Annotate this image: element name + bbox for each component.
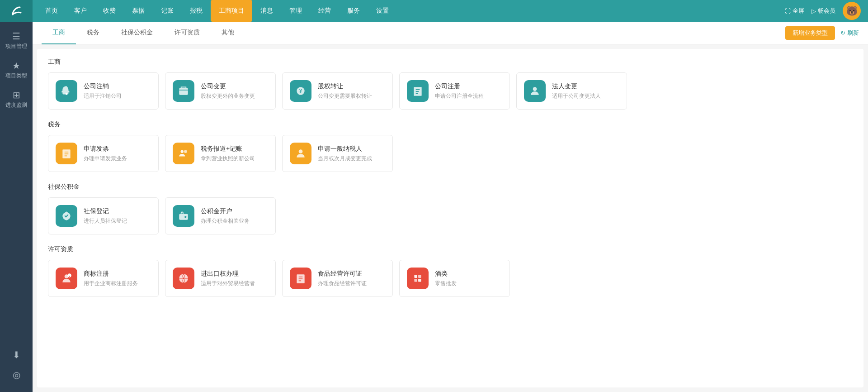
card-title-company-register: 公司注册 [435, 82, 502, 91]
card-desc-trademark: 用于企业商标注册服务 [84, 280, 151, 287]
svg-point-7 [181, 150, 184, 153]
vip-icon: ▷ [811, 8, 816, 14]
tab-license[interactable]: 许可资质 [164, 22, 211, 44]
card-company-change[interactable]: 公司变更 股权变更外的业务变更 [165, 72, 276, 110]
card-food-license[interactable]: 食品经营许可证 办理食品经营许可证 [282, 260, 393, 297]
nav-home[interactable]: 首页 [37, 0, 66, 22]
fullscreen-btn[interactable]: ⛶ 全屏 [785, 7, 804, 15]
card-title-equity-transfer: 股权转让 [318, 82, 385, 91]
nav-bookkeeping[interactable]: 记账 [153, 0, 182, 22]
nav-right: ⛶ 全屏 ▷ 畅会员 🐻 [785, 2, 868, 20]
sidebar-item-help[interactable]: ◎ [0, 365, 33, 385]
tab-other[interactable]: 其他 [211, 22, 245, 44]
help-icon: ◎ [13, 370, 20, 379]
card-title-food-license: 食品经营许可证 [318, 270, 385, 278]
card-icon-import-export [173, 268, 194, 289]
nav-manage[interactable]: 管理 [281, 0, 310, 22]
grid-icon: ⊞ [13, 91, 20, 100]
sidebar-item-project-manage[interactable]: ☰ 项目管理 [0, 26, 33, 56]
card-info-company-change: 公司变更 股权变更外的业务变更 [201, 82, 268, 100]
card-icon-company-register [407, 80, 429, 102]
add-type-button[interactable]: 新增业务类型 [785, 26, 835, 40]
vip-label: 畅会员 [818, 7, 835, 15]
card-import-export[interactable]: 进出口权办理 适用于对外贸易经营者 [165, 260, 276, 297]
svg-rect-10 [179, 214, 188, 220]
nav-ticket[interactable]: 票据 [124, 0, 153, 22]
tabs-left: 工商 税务 社保公积金 许可资质 其他 [42, 22, 245, 44]
star-icon: ★ [12, 61, 20, 70]
tabs-right: 新增业务类型 ↻ 刷新 [785, 26, 859, 40]
card-icon-food-license [290, 268, 311, 289]
tabs-bar: 工商 税务 社保公积金 许可资质 其他 新增业务类型 ↻ 刷新 [33, 22, 868, 44]
svg-point-0 [66, 93, 67, 95]
refresh-icon: ↻ [840, 29, 845, 36]
card-housing-fund[interactable]: 公积金开户 办理公积金相关业务 [165, 197, 276, 234]
fullscreen-icon: ⛶ [785, 8, 791, 14]
list-icon: ☰ [12, 32, 20, 41]
sidebar-label-progress-monitor: 进度监测 [5, 101, 27, 109]
card-title-legal-change: 法人变更 [552, 82, 619, 91]
card-social-insurance[interactable]: 社保登记 进行人员社保登记 [48, 197, 159, 234]
card-general-taxpayer[interactable]: 申请一般纳税人 当月或次月成变更完成 [282, 135, 393, 172]
scroll-content[interactable]: 工商 公司注销 适用于注销公司 [37, 49, 863, 387]
svg-text:¥: ¥ [299, 88, 302, 94]
refresh-label: 刷新 [847, 29, 859, 37]
card-desc-liquor: 零售批发 [435, 280, 502, 287]
svg-rect-20 [418, 279, 421, 282]
mascot-avatar[interactable]: 🐻 [843, 2, 861, 20]
nav-settings[interactable]: 设置 [368, 0, 397, 22]
card-desc-equity-transfer: 公司变更需要股权转让 [318, 92, 385, 100]
section-title-tax: 税务 [48, 120, 853, 129]
card-title-social-insurance: 社保登记 [84, 207, 151, 215]
card-icon-company-cancel [56, 80, 77, 102]
card-title-company-change: 公司变更 [201, 82, 268, 91]
card-equity-transfer[interactable]: ¥ 股权转让 公司变更需要股权转让 [282, 72, 393, 110]
card-title-housing-fund: 公积金开户 [201, 207, 268, 215]
content-area: 工商 税务 社保公积金 许可资质 其他 新增业务类型 ↻ 刷新 工商 [33, 22, 868, 392]
nav-service[interactable]: 服务 [339, 0, 368, 22]
nav-business-project[interactable]: 工商项目 [211, 0, 252, 22]
nav-fee[interactable]: 收费 [95, 0, 124, 22]
tab-tax[interactable]: 税务 [76, 22, 110, 44]
svg-rect-17 [414, 275, 417, 278]
sidebar: ☰ 项目管理 ★ 项目类型 ⊞ 进度监测 ⬇ ◎ [0, 22, 33, 392]
card-info-company-cancel: 公司注销 适用于注销公司 [84, 82, 151, 100]
svg-point-8 [184, 150, 187, 153]
card-liquor[interactable]: 酒类 零售批发 [399, 260, 510, 297]
nav-message[interactable]: 消息 [252, 0, 281, 22]
nav-client[interactable]: 客户 [66, 0, 95, 22]
sidebar-label-project-type: 项目类型 [5, 72, 27, 80]
sidebar-bottom: ⬇ ◎ [0, 345, 33, 392]
card-desc-housing-fund: 办理公积金相关业务 [201, 217, 268, 225]
tab-business[interactable]: 工商 [42, 22, 76, 44]
card-apply-invoice[interactable]: 申请发票 办理申请发票业务 [48, 135, 159, 172]
card-title-company-cancel: 公司注销 [84, 82, 151, 91]
card-info-company-register: 公司注册 申请公司注册全流程 [435, 82, 502, 100]
refresh-button[interactable]: ↻ 刷新 [840, 29, 859, 37]
nav-tax-report[interactable]: 报税 [182, 0, 211, 22]
sidebar-item-progress-monitor[interactable]: ⊞ 进度监测 [0, 85, 33, 115]
card-icon-apply-invoice [56, 143, 77, 164]
sidebar-item-download[interactable]: ⬇ [0, 345, 33, 365]
card-info-housing-fund: 公积金开户 办理公积金相关业务 [201, 207, 268, 225]
vip-btn[interactable]: ▷ 畅会员 [811, 7, 835, 15]
svg-rect-18 [418, 275, 421, 278]
nav-operation[interactable]: 经营 [310, 0, 339, 22]
card-info-social-insurance: 社保登记 进行人员社保登记 [84, 207, 151, 225]
card-trademark[interactable]: + 商标注册 用于企业商标注册服务 [48, 260, 159, 297]
card-legal-change[interactable]: 法人变更 适用于公司变更法人 [516, 72, 627, 110]
card-icon-tax-bookkeeping [173, 143, 194, 164]
svg-text:+: + [69, 275, 70, 277]
card-desc-social-insurance: 进行人员社保登记 [84, 217, 151, 225]
logo[interactable] [0, 0, 33, 22]
tab-social-security[interactable]: 社保公积金 [110, 22, 164, 44]
svg-point-5 [533, 87, 537, 91]
card-tax-bookkeeping[interactable]: 税务报道+记账 拿到营业执照的新公司 [165, 135, 276, 172]
cards-grid-business: 公司注销 适用于注销公司 公司变更 股权变更外的业务变更 [48, 72, 853, 110]
sidebar-item-project-type[interactable]: ★ 项目类型 [0, 56, 33, 85]
card-company-register[interactable]: 公司注册 申请公司注册全流程 [399, 72, 510, 110]
card-company-cancel[interactable]: 公司注销 适用于注销公司 [48, 72, 159, 110]
card-icon-trademark: + [56, 268, 77, 289]
section-title-license: 许可资质 [48, 245, 853, 253]
card-desc-legal-change: 适用于公司变更法人 [552, 92, 619, 100]
